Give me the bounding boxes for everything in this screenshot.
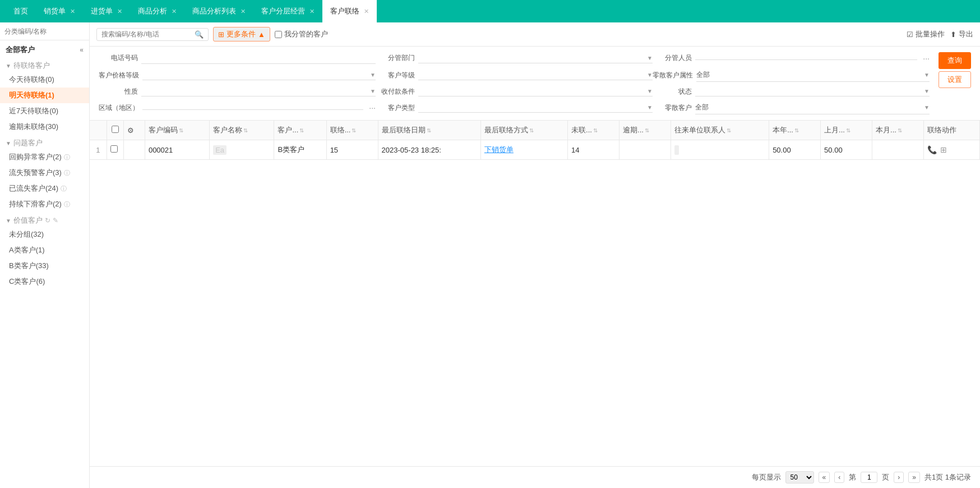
filter-label-nature: 性质 [99, 87, 138, 96]
sidebar-item-c-class[interactable]: C类客户(6) [0, 274, 89, 289]
last-page-btn[interactable]: » [908, 472, 920, 483]
per-page-label: 每页显示 [752, 472, 781, 482]
filter-dots-manager[interactable]: ··· [923, 54, 930, 63]
value-edit-icon[interactable]: ✎ [53, 217, 58, 224]
col-code[interactable]: 客户编码 ⇅ [145, 121, 209, 140]
close-analysis-list-icon[interactable]: ✕ [241, 8, 246, 15]
nav-home[interactable]: 首页 [6, 0, 36, 22]
sidebar-item-lost2[interactable]: 已流失客户(24) ⓘ [0, 181, 89, 196]
sort-code-icon: ⇅ [179, 127, 183, 133]
sidebar-item-lost[interactable]: 流失预警客户(3) ⓘ [0, 165, 89, 181]
sidebar-group-value: 价值客户 ↻ ✎ [0, 212, 89, 227]
filter-cell-retail-attr: 零散客户属性 全部 ▼ [653, 68, 930, 82]
close-sales-icon[interactable]: ✕ [70, 8, 75, 15]
nav-customer-contact[interactable]: 客户联络 ✕ [322, 0, 377, 22]
filter-select-retail[interactable]: 全部 ▼ [695, 101, 930, 114]
nav-customer-seg[interactable]: 客户分层经营 ✕ [253, 0, 322, 22]
retail-attr-value: 全部 [696, 70, 710, 80]
action-phone-icon[interactable]: 📞 [927, 145, 937, 154]
filter-icon: ⊞ [218, 30, 224, 39]
sidebar-item-a-class[interactable]: A类客户(1) [0, 242, 89, 258]
sidebar-item-overdue[interactable]: 逾期未联络(30) [0, 119, 89, 135]
filter-select-nature[interactable]: ▼ [141, 86, 376, 96]
col-contact[interactable]: 联络... ⇅ [326, 121, 378, 140]
filter-row-2: 客户价格等级 ▼ 客户等级 ▼ [99, 68, 930, 82]
nav-purchase[interactable]: 进货单 ✕ [83, 0, 130, 22]
sort-last-month-icon: ⇅ [846, 127, 850, 133]
filter-select-dept[interactable]: ▼ [418, 53, 653, 63]
filter-select-price-level[interactable]: ▼ [142, 70, 376, 80]
action-more-icon[interactable]: ⊞ [940, 145, 947, 154]
col-gear[interactable]: ⚙ [123, 121, 145, 140]
filter-select-grade[interactable]: ▼ [418, 70, 653, 80]
sort-overdue-icon: ⇅ [645, 127, 649, 133]
col-last-month[interactable]: 上月... ⇅ [821, 121, 872, 140]
export-btn[interactable]: ⬆ 导出 [950, 29, 973, 39]
sidebar-item-ungroup[interactable]: 未分组(32) [0, 227, 89, 242]
filter-select-manager[interactable] [695, 56, 917, 60]
search-box[interactable]: 🔍 [96, 28, 209, 41]
sidebar-item-decline[interactable]: 持续下滑客户(2) ⓘ [0, 196, 89, 212]
col-unit-contact[interactable]: 往来单位联系人 ⇅ [671, 121, 769, 140]
sidebar-item-today[interactable]: 今天待联络(0) [0, 72, 89, 88]
more-filter-btn[interactable]: ⊞ 更多条件 ▲ [213, 27, 270, 42]
first-page-btn[interactable]: « [819, 472, 830, 483]
sidebar: 🔍 全部客户 « 待联络客户 今天待联络(0) 明天待联络(1) 近7天待联络(… [0, 22, 90, 488]
close-purchase-icon[interactable]: ✕ [117, 8, 122, 15]
all-customers-title[interactable]: 全部客户 « [0, 40, 89, 57]
sidebar-item-repurchase[interactable]: 回购异常客户(2) ⓘ [0, 149, 89, 165]
per-page-select[interactable]: 50 100 200 [785, 471, 814, 484]
value-refresh-icon[interactable]: ↻ [45, 217, 50, 224]
cell-checkbox [107, 140, 123, 160]
filter-input-phone[interactable] [141, 52, 376, 64]
close-customer-seg-icon[interactable]: ✕ [309, 8, 315, 15]
filter-row-1: 电话号码 分管部门 ▼ 分管人员 [99, 52, 930, 64]
my-customer-checkbox[interactable] [275, 31, 282, 38]
advanced-filter-panel: 电话号码 分管部门 ▼ 分管人员 [90, 47, 980, 121]
settings-btn[interactable]: 设置 [939, 71, 971, 88]
info-icon-repurchase: ⓘ [64, 153, 70, 162]
sidebar-item-b-class[interactable]: B类客户(33) [0, 258, 89, 274]
col-this-month[interactable]: 本月... ⇅ [872, 121, 924, 140]
filter-dots-region[interactable]: ··· [369, 103, 376, 112]
prev-page-btn[interactable]: ‹ [834, 472, 844, 483]
filter-select-cust-type[interactable]: ▼ [418, 103, 653, 113]
sidebar-search-box[interactable]: 🔍 [0, 22, 89, 40]
top-actions: ☑ 批量操作 ⬆ 导出 [907, 29, 973, 39]
nav-analysis-list[interactable]: 商品分析列表 ✕ [184, 0, 253, 22]
page-label: 第 [849, 472, 856, 482]
sidebar-collapse-btn[interactable]: « [80, 46, 84, 54]
search-icon[interactable]: 🔍 [195, 30, 204, 39]
filter-select-region[interactable] [142, 106, 363, 110]
sidebar-search-input[interactable] [4, 27, 89, 35]
page-input[interactable] [861, 472, 877, 483]
cell-last-contact-way[interactable]: 下销货单 [480, 140, 567, 160]
close-analysis-icon[interactable]: ✕ [172, 8, 177, 15]
sidebar-item-week[interactable]: 近7天待联络(0) [0, 103, 89, 119]
search-input[interactable] [101, 30, 191, 38]
contact-way-link[interactable]: 下销货单 [484, 145, 514, 154]
col-name[interactable]: 客户名称 ⇅ [210, 121, 274, 140]
select-all-checkbox[interactable] [112, 126, 119, 133]
cell-overdue [620, 140, 671, 160]
filter-select-payment[interactable]: ▼ [418, 86, 653, 96]
col-overdue[interactable]: 逾期... ⇅ [620, 121, 671, 140]
sidebar-item-tomorrow[interactable]: 明天待联络(1) [0, 88, 89, 103]
col-year[interactable]: 本年... ⇅ [769, 121, 821, 140]
filter-select-retail-attr[interactable]: 全部 ▼ [696, 68, 930, 82]
nav-sales[interactable]: 销货单 ✕ [36, 0, 83, 22]
gear-icon[interactable]: ⚙ [127, 126, 134, 135]
filter-select-status[interactable]: ▼ [695, 86, 930, 96]
nav-analysis[interactable]: 商品分析 ✕ [130, 0, 184, 22]
query-btn[interactable]: 查询 [939, 52, 971, 69]
col-last-contact-way[interactable]: 最后联络方式 ⇅ [480, 121, 567, 140]
col-not-contact[interactable]: 未联... ⇅ [568, 121, 620, 140]
my-customer-checkbox-label[interactable]: 我分管的客户 [275, 29, 328, 39]
col-last-contact-date[interactable]: 最后联络日期 ⇅ [378, 121, 480, 140]
close-customer-contact-icon[interactable]: ✕ [364, 8, 369, 15]
col-type[interactable]: 客户... ⇅ [274, 121, 326, 140]
next-page-btn[interactable]: › [894, 472, 904, 483]
row-checkbox[interactable] [110, 145, 118, 153]
filter-row-3: 性质 ▼ 收付款条件 ▼ [99, 86, 930, 96]
batch-op-btn[interactable]: ☑ 批量操作 [907, 29, 945, 39]
